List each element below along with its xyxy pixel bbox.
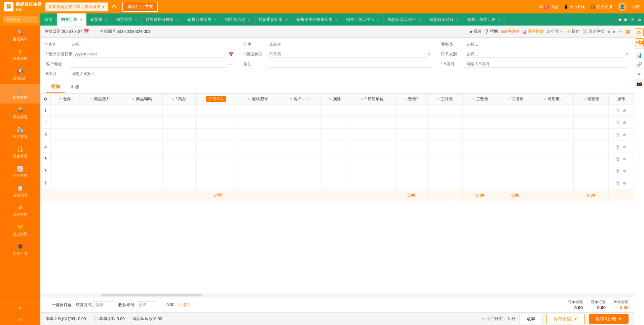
cell-available-7[interactable] [498,177,533,189]
sort-available2-icon[interactable]: ⇅ [543,97,546,101]
cell-product-4[interactable] [162,141,195,153]
save-new-dropdown-icon[interactable]: ▼ [617,316,622,321]
cell-current-6[interactable] [573,165,609,177]
tab-sales-bill[interactable]: 销货单 ✕ [86,13,112,26]
sort-unit-icon[interactable]: ⇅ [361,97,364,101]
scroll-thumb[interactable] [101,294,202,296]
card-view-btn[interactable]: ▦ [626,29,630,34]
tab-expense-history[interactable]: 销售费用分摊单历史 ✕ [292,13,342,26]
cell-available2-7[interactable] [533,177,574,189]
tab-sales-bill-close[interactable]: ✕ [105,18,108,22]
cell-image-1[interactable] [79,105,121,117]
right-link-btn[interactable]: 🔗 [635,60,644,69]
col-image[interactable]: ⇅商品图片 [79,94,121,105]
tab-prev-btn[interactable]: ◀ [617,16,622,23]
right-chart-btn[interactable]: 📊 [635,51,644,59]
delete-row-5-icon[interactable]: 🗑 [616,157,620,161]
customer-input[interactable] [69,41,227,48]
save-draft-button[interactable]: 保存草稿 ▼ [546,314,585,324]
copy-row-1-icon[interactable]: ⊕ [623,108,626,113]
cell-main-unit-4[interactable] [427,141,463,153]
cell-qty2-3[interactable] [395,129,427,141]
cell-current-2[interactable] [573,117,609,129]
sort-main-unit-icon[interactable]: ⇅ [437,97,440,101]
cell-current-1[interactable] [573,105,609,117]
cell-attr-5[interactable] [320,153,349,165]
col-product[interactable]: ⇅* 商品 [162,94,195,105]
sidebar-item-purchase[interactable]: 📦 采购管理 [0,104,40,123]
tab-return[interactable]: 销货退货 ✕ [112,13,142,26]
cell-attr-1[interactable] [320,105,349,117]
online-support-btn[interactable]: 🎧 在线客服 [590,4,612,10]
right-settings-btn[interactable]: ⚙ [635,28,644,37]
sidebar-item-sales[interactable]: 🛒 销售管理 [0,84,40,104]
calendar-icon[interactable]: 📅 [84,29,89,34]
date-value[interactable]: 2023-03-24 [62,29,82,34]
tab-reconcile[interactable]: 钱货日清对账 ✕ [425,13,463,26]
cell-current-5[interactable] [573,153,609,165]
cell-qty2-5[interactable] [395,153,427,165]
cell-image-2[interactable] [79,117,121,129]
cell-attr-6[interactable] [320,165,349,177]
scan-button[interactable]: 扫码录入 [206,96,226,102]
cell-spec-2[interactable] [237,117,279,129]
sort-qty2-icon[interactable]: ⇅ [404,97,407,101]
cell-main-qty-4[interactable] [463,141,498,153]
cell-attr-7[interactable] [320,177,349,189]
cell-main-unit-1[interactable] [427,105,463,117]
sidebar-item-marketing[interactable]: 📢 营销推广 [0,65,40,84]
cell-qty2-7[interactable] [395,177,427,189]
salesperson-input[interactable] [464,41,622,48]
copy-row-2-icon[interactable]: ⊕ [623,120,626,125]
cell-image-4[interactable] [79,141,121,153]
cell-code-2[interactable] [121,117,163,129]
tab-close-all-btn[interactable]: ✕ [630,16,636,23]
delete-row-1-icon[interactable]: 🗑 [616,108,620,113]
cell-code-6[interactable] [121,165,163,177]
auto-pay-checkbox[interactable] [46,303,50,307]
sidebar-item-finance[interactable]: 💰 资金管理 [0,143,40,162]
delivery-input[interactable] [73,51,228,58]
horizontal-scrollbar[interactable] [40,293,634,297]
order-number-value[interactable]: SO-20230324-001 [117,29,151,34]
cell-main-qty-3[interactable] [463,129,498,141]
tab-order-history[interactable]: 销售订单历史 ✕ [183,13,221,26]
cell-main-qty-6[interactable] [463,165,498,177]
cell-warehouse-1[interactable] [51,105,79,117]
tab-bill-history[interactable]: 销货单历史 ✕ [221,13,255,26]
print-btn[interactable]: 🖨 打印 ▼ [546,29,563,34]
sort-image-icon[interactable]: ⇅ [90,97,93,101]
col-qty2[interactable]: ⇅数量2 [395,94,427,105]
tab-return-close[interactable]: ✕ [135,18,137,22]
tab-order-workbench[interactable]: 销售订单工作台 ✕ [342,13,384,26]
col-main-qty[interactable]: ⇅主数量 [463,94,498,105]
cell-main-unit-3[interactable] [427,129,463,141]
sidebar-item-quicknav[interactable]: ⚡ 快捷导航 [0,45,40,65]
system-title[interactable]: 装备及固定资产辅助管理系统 ▼ [45,2,108,11]
sort-product-icon[interactable]: ⇅ [172,97,174,101]
invoice-input[interactable] [267,51,428,58]
col-main-unit[interactable]: ⇅主计量 [427,94,463,105]
cell-main-qty-1[interactable] [463,105,498,117]
next-record-btn[interactable]: ▶ [613,29,616,34]
cell-attr-2[interactable] [320,117,349,129]
cell-main-unit-6[interactable] [427,165,463,177]
col-current[interactable]: ⇅现存量 [573,94,609,105]
account-dots[interactable]: ··· [159,302,162,307]
search-input[interactable] [3,16,38,23]
cell-product-5[interactable] [162,153,195,165]
prev-record-btn[interactable]: ◀ [607,29,610,34]
copy-row-5-icon[interactable]: ⊕ [623,157,626,161]
cell-product-1[interactable] [162,105,195,117]
sidebar-item-enterprise[interactable]: 🤝 企业协同 [0,220,40,240]
cell-product-3[interactable] [162,129,195,141]
cell-spec-7[interactable] [237,177,279,189]
tab-expense-history-close[interactable]: ✕ [335,18,338,22]
tab-order-history-close[interactable]: ✕ [214,18,217,22]
cell-available2-2[interactable] [533,117,574,129]
sort-available-icon[interactable]: ⇅ [507,97,510,101]
sidebar-item-system[interactable]: ⚙ 系统管理 [0,201,40,220]
cell-unit-7[interactable] [349,177,395,189]
cell-available2-6[interactable] [533,165,574,177]
col-warehouse[interactable]: ⇅仓库 [51,94,79,105]
